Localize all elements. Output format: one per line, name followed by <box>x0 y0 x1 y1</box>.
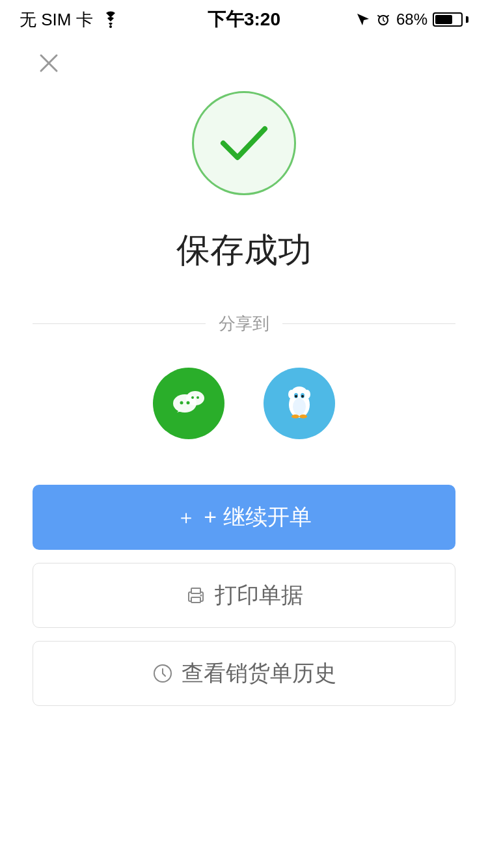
svg-point-9 <box>197 396 199 399</box>
sim-text: 无 SIM 卡 <box>20 8 93 31</box>
svg-rect-23 <box>191 588 200 593</box>
divider-line-right <box>282 323 455 324</box>
success-icon-circle <box>192 91 296 195</box>
printer-icon <box>185 584 207 606</box>
success-title: 保存成功 <box>176 228 312 273</box>
plus-icon: ＋ <box>176 504 196 531</box>
svg-point-13 <box>304 390 310 399</box>
wifi-icon <box>100 11 122 28</box>
svg-point-25 <box>200 595 202 597</box>
svg-point-0 <box>109 25 112 28</box>
status-bar: 无 SIM 卡 下午3:20 68% <box>0 0 488 39</box>
svg-point-19 <box>293 398 306 415</box>
status-right: 68% <box>356 10 468 29</box>
svg-point-20 <box>291 414 299 418</box>
share-divider: 分享到 <box>0 312 488 335</box>
battery-indicator <box>433 12 468 27</box>
history-label: 查看销货单历史 <box>182 658 336 688</box>
close-button[interactable] <box>33 47 65 79</box>
share-label: 分享到 <box>206 312 282 335</box>
svg-point-17 <box>301 395 304 398</box>
status-time: 下午3:20 <box>208 7 280 32</box>
svg-point-12 <box>288 390 295 399</box>
svg-rect-24 <box>191 597 200 603</box>
print-button[interactable]: 打印单据 <box>33 563 455 628</box>
wechat-share-button[interactable] <box>153 368 224 439</box>
svg-point-7 <box>187 401 190 405</box>
qq-icon <box>277 381 321 426</box>
buttons-section: ＋ + 继续开单 打印单据 查看销货单历 <box>0 485 488 706</box>
print-label: 打印单据 <box>215 580 303 610</box>
qq-share-button[interactable] <box>264 368 335 439</box>
svg-point-16 <box>295 395 297 398</box>
status-left: 无 SIM 卡 <box>20 8 122 31</box>
svg-point-8 <box>191 396 194 399</box>
continue-button[interactable]: ＋ + 继续开单 <box>33 485 455 550</box>
alarm-icon <box>375 12 391 27</box>
main-content: 保存成功 分享到 <box>0 39 488 706</box>
wechat-icon <box>167 381 211 426</box>
svg-point-6 <box>180 401 183 405</box>
continue-label: + 继续开单 <box>204 502 311 532</box>
history-button[interactable]: 查看销货单历史 <box>33 641 455 706</box>
divider-line-left <box>33 323 206 324</box>
location-icon <box>356 12 370 27</box>
clock-icon <box>152 662 174 685</box>
checkmark-icon <box>218 124 270 163</box>
svg-point-21 <box>299 414 307 418</box>
share-icons-row <box>153 368 335 439</box>
battery-percent: 68% <box>396 10 427 29</box>
